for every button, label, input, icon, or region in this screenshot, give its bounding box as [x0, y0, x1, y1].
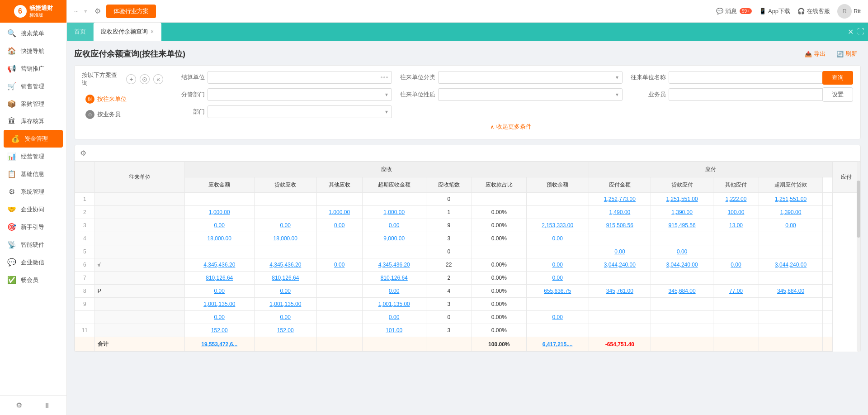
cell-ap_other[interactable]: 77.00: [713, 285, 759, 298]
cell-ar_advance[interactable]: 0.00: [526, 258, 589, 272]
scheme-option-salesperson[interactable]: ⊙ 按业务员: [82, 108, 163, 121]
cell-ar_loan[interactable]: 152.00: [254, 324, 316, 337]
cell-ap_loan[interactable]: 915,495.56: [651, 219, 713, 232]
sidebar-item-wechat[interactable]: 💬 企业微信: [0, 253, 66, 271]
sidebar-item-basic-info[interactable]: 📋 基础信息: [0, 165, 66, 183]
sidebar-item-business[interactable]: 📊 经营管理: [0, 148, 66, 165]
tab-home[interactable]: 首页: [67, 23, 94, 41]
expand-window-btn[interactable]: ⛶: [857, 28, 864, 36]
scheme-option-partner[interactable]: 财 按往来单位: [82, 93, 163, 105]
messages-action[interactable]: 💬 消息 99+: [716, 7, 752, 15]
trial-button[interactable]: 体验行业方案: [106, 5, 156, 18]
footer-ar-advance[interactable]: 6,417,215....: [526, 337, 589, 352]
cell-ar_loan[interactable]: 4,345,436.20: [254, 258, 316, 272]
scheme-collapse-btn[interactable]: «: [153, 74, 163, 84]
cell-ar_loan[interactable]: 18,000.00: [254, 232, 316, 245]
cell-ar_overdue[interactable]: 4,345,436.20: [362, 258, 426, 272]
app-download-action[interactable]: 📱 App下载: [759, 7, 790, 15]
sidebar-settings-btn[interactable]: ⚙: [12, 399, 26, 411]
cell-ap_overdue[interactable]: 3,044,240.00: [759, 258, 823, 272]
vertical-scrollbar[interactable]: [857, 162, 860, 352]
collapse-button[interactable]: ∧ 收起更多条件: [169, 120, 853, 134]
cell-ap_overdue[interactable]: 345,684.00: [759, 285, 823, 298]
cell-ar_overdue[interactable]: 1,000.00: [362, 206, 426, 219]
cell-ar_overdue[interactable]: 0.00: [362, 219, 426, 232]
cell-ap_overdue[interactable]: 1,390.00: [759, 206, 823, 219]
cell-ar_amount[interactable]: 0.00: [184, 285, 254, 298]
close-window-btn[interactable]: ✕: [848, 28, 854, 36]
cell-ap_amount[interactable]: 1,252,773.00: [589, 193, 651, 206]
sidebar-item-quick-nav[interactable]: 🏠 快捷导航: [0, 42, 66, 60]
cell-ap_other[interactable]: 100.00: [713, 206, 759, 219]
cell-ar_overdue[interactable]: 1,001,135.00: [362, 298, 426, 311]
sidebar-item-guide[interactable]: 🎯 新手引导: [0, 218, 66, 236]
cell-ar_overdue[interactable]: 810,126.64: [362, 272, 426, 285]
tab-close-btn[interactable]: ×: [151, 29, 154, 35]
sidebar-collapse-btn[interactable]: ⏸: [40, 400, 54, 411]
scheme-settings-btn[interactable]: ⊙: [140, 74, 150, 84]
cell-ar_loan[interactable]: 810,126.64: [254, 272, 316, 285]
cell-ap_other[interactable]: 0.00: [713, 258, 759, 272]
sidebar-item-marketing[interactable]: 📢 营销推广: [0, 60, 66, 77]
cell-ap_loan[interactable]: 1,251,551.00: [651, 193, 713, 206]
cell-ar_amount[interactable]: 4,345,436.20: [184, 258, 254, 272]
cell-ar_advance[interactable]: 2,153,333.00: [526, 219, 589, 232]
cell-ar_other[interactable]: 0.00: [316, 219, 362, 232]
sidebar-item-member[interactable]: ✅ 畅会员: [0, 271, 66, 289]
online-service-action[interactable]: 🎧 在线客服: [797, 7, 830, 15]
cell-ar_amount[interactable]: 18,000.00: [184, 232, 254, 245]
partner-nature-select[interactable]: ▾: [438, 88, 623, 101]
dept2-select[interactable]: ▾: [208, 105, 392, 118]
cell-ar_other[interactable]: 1,000.00: [316, 206, 362, 219]
scheme-add-btn[interactable]: +: [126, 74, 136, 84]
sidebar-item-sales[interactable]: 🛒 销售管理: [0, 77, 66, 95]
sidebar-item-inventory[interactable]: 🏛 库存核算: [0, 113, 66, 130]
cell-ap_amount[interactable]: 0.00: [589, 245, 651, 258]
user-avatar[interactable]: R Rit: [837, 4, 861, 19]
cell-ar_advance[interactable]: 0.00: [526, 232, 589, 245]
sidebar-item-purchase[interactable]: 📦 采购管理: [0, 95, 66, 113]
refresh-button[interactable]: 🔄 刷新: [833, 48, 861, 60]
cell-ar_loan[interactable]: 0.00: [254, 311, 316, 324]
table-scroll[interactable]: 往来单位 应收 应付 应付 应收金额 贷款应收 其他应收 超期应收金额 应收笔数…: [75, 162, 860, 352]
cell-ar_amount[interactable]: 1,001,135.00: [184, 298, 254, 311]
cell-ar_overdue[interactable]: 0.00: [362, 311, 426, 324]
cell-ap_amount[interactable]: 345,761.00: [589, 285, 651, 298]
cell-ap_loan[interactable]: 3,044,240.00: [651, 258, 713, 272]
cell-ap_amount[interactable]: 915,508.56: [589, 219, 651, 232]
partner-category-select[interactable]: ▾: [438, 71, 623, 84]
tab-ar-ap[interactable]: 应收应付余额查询 ×: [94, 23, 161, 41]
sidebar-item-finance[interactable]: 💰 资金管理: [4, 130, 63, 148]
footer-ar-amount[interactable]: 19,553,472,6...: [184, 337, 254, 352]
cell-ap_loan[interactable]: 1,390.00: [651, 206, 713, 219]
sidebar-item-corp[interactable]: 🤝 企业协同: [0, 200, 66, 218]
cell-ar_amount[interactable]: 152.00: [184, 324, 254, 337]
cell-ar_overdue[interactable]: 101.00: [362, 324, 426, 337]
table-settings-icon[interactable]: ⚙: [80, 149, 86, 157]
sidebar-item-smart-hw[interactable]: 📡 智能硬件: [0, 236, 66, 253]
sidebar-item-search-menu[interactable]: 🔍 搜索菜单: [0, 24, 66, 42]
cell-ar_advance[interactable]: 655,636.75: [526, 285, 589, 298]
header-settings-icon[interactable]: ⚙: [94, 7, 101, 15]
cell-ar_overdue[interactable]: 9,000.00: [362, 232, 426, 245]
cell-ap_other[interactable]: 1,222.00: [713, 193, 759, 206]
cell-ap_loan[interactable]: 345,684.00: [651, 285, 713, 298]
cell-ar_amount[interactable]: 0.00: [184, 311, 254, 324]
cell-ap_amount[interactable]: 3,044,240.00: [589, 258, 651, 272]
cell-ar_amount[interactable]: 1,000.00: [184, 206, 254, 219]
settings-button[interactable]: 设置: [822, 87, 853, 102]
sidebar-item-system[interactable]: ⚙ 系统管理: [0, 183, 66, 200]
cell-ap_loan[interactable]: 0.00: [651, 245, 713, 258]
cell-ap_overdue[interactable]: 1,251,551.00: [759, 193, 823, 206]
cell-ar_loan[interactable]: 0.00: [254, 219, 316, 232]
cell-ar_advance[interactable]: 0.00: [526, 272, 589, 285]
cell-ar_loan[interactable]: 0.00: [254, 285, 316, 298]
cell-ar_loan[interactable]: 1,001,135.00: [254, 298, 316, 311]
query-button[interactable]: 查询: [822, 71, 853, 85]
cell-ar_advance[interactable]: 0.00: [526, 311, 589, 324]
cell-ar_other[interactable]: 0.00: [316, 258, 362, 272]
cell-ar_amount[interactable]: 810,126.64: [184, 272, 254, 285]
cell-ap_other[interactable]: 13.00: [713, 219, 759, 232]
cell-ap_overdue[interactable]: 0.00: [759, 219, 823, 232]
export-button[interactable]: 📤 导出: [801, 48, 829, 60]
